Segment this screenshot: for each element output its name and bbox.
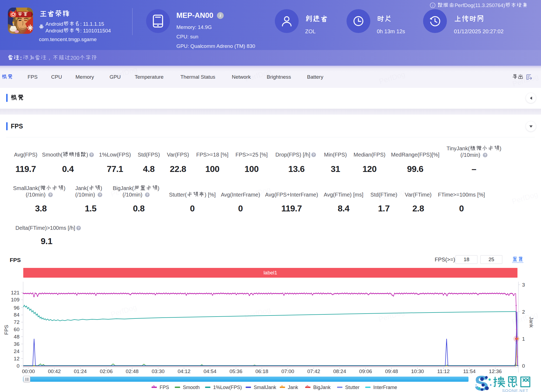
svg-text:1: 1: [522, 336, 525, 342]
svg-text:109: 109: [11, 297, 19, 303]
svg-text:02:06: 02:06: [100, 368, 113, 374]
svg-text:48: 48: [14, 334, 19, 340]
svg-text:72: 72: [14, 319, 19, 325]
svg-text:0: 0: [522, 363, 525, 369]
svg-text:01:24: 01:24: [74, 368, 87, 374]
svg-text:12: 12: [14, 356, 19, 361]
svg-text:36: 36: [14, 341, 19, 347]
svg-text:60: 60: [14, 327, 19, 332]
svg-text:0: 0: [17, 363, 19, 369]
svg-text:07:00: 07:00: [281, 368, 294, 374]
svg-text:06:18: 06:18: [255, 368, 268, 374]
svg-text:121: 121: [11, 290, 19, 295]
svg-text:07:42: 07:42: [307, 368, 320, 374]
svg-text:09:48: 09:48: [385, 368, 398, 374]
svg-text:96: 96: [14, 305, 19, 311]
svg-text:24: 24: [14, 348, 20, 354]
svg-text:i: i: [432, 4, 433, 8]
svg-text:12:36: 12:36: [489, 368, 502, 374]
svg-text:11:12: 11:12: [437, 368, 450, 374]
svg-text:02:48: 02:48: [126, 368, 139, 374]
svg-text:10:30: 10:30: [411, 368, 424, 374]
svg-text:04:12: 04:12: [178, 368, 191, 374]
svg-text:09:06: 09:06: [359, 368, 372, 374]
svg-text:FPS: FPS: [4, 325, 9, 335]
svg-text:05:36: 05:36: [229, 368, 242, 374]
svg-text:08:24: 08:24: [333, 368, 346, 374]
svg-text:11:54: 11:54: [463, 368, 476, 374]
svg-text:84: 84: [14, 312, 20, 318]
svg-text:00:00: 00:00: [22, 368, 35, 374]
svg-text:00:42: 00:42: [48, 368, 61, 374]
svg-text:04:54: 04:54: [204, 368, 217, 374]
svg-text:2: 2: [522, 309, 525, 315]
svg-text:03:30: 03:30: [152, 368, 165, 374]
svg-text:3: 3: [522, 282, 525, 288]
